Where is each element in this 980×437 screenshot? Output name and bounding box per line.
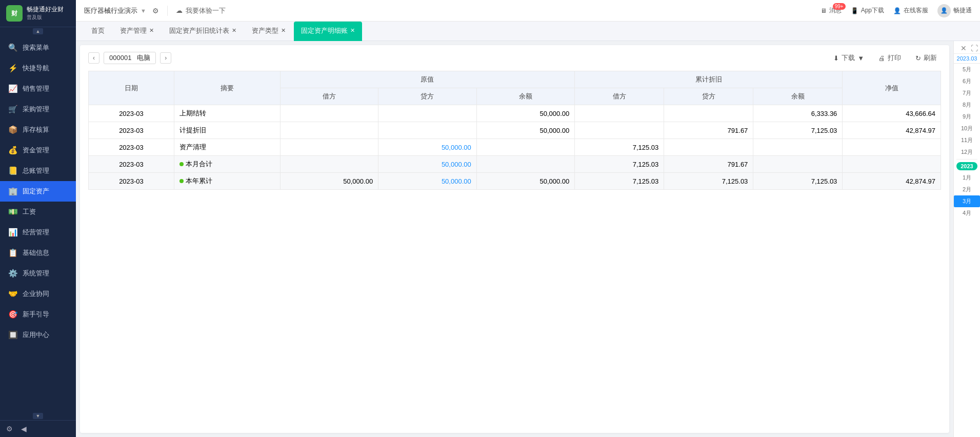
timeline-header: 2023.03 [954, 54, 980, 64]
company-selector[interactable]: 医疗器械行业演示 ▼ [84, 6, 146, 15]
cell-orig-balance [476, 156, 575, 173]
sidebar-item-ledger[interactable]: 📒总账管理 [0, 161, 76, 181]
tab-assetmgmt[interactable]: 资产管理 ✕ [113, 22, 161, 41]
sidebar-item-sales[interactable]: 📈销售管理 [0, 78, 76, 99]
cell-orig-credit [378, 122, 477, 139]
sidebar-item-appcenter[interactable]: 🔲应用中心 [0, 325, 76, 345]
sidebar-item-inventory[interactable]: 📦库存核算 [0, 120, 76, 140]
cell-accum-balance [753, 139, 843, 156]
th-accumulated-depreciation: 累计折旧 [575, 71, 843, 88]
tab-label-assetmgmt: 资产管理 [120, 26, 147, 35]
cell-orig-debit [280, 156, 378, 173]
timeline-month-10月[interactable]: 10月 [954, 123, 980, 134]
th-net-value: 净值 [843, 71, 941, 105]
table-row: 2023-03 本月合计 50,000.00 7,125.03 791.67 [89, 156, 941, 173]
timeline-month-4月[interactable]: 4月 [954, 207, 980, 219]
cell-accum-balance: 6,333.36 [753, 105, 843, 122]
service-btn[interactable]: 👤 在线客服 [893, 6, 928, 15]
timeline-month-11月[interactable]: 11月 [954, 134, 980, 146]
cell-date: 2023-03 [89, 105, 174, 122]
logo-sub: 普及版 [27, 14, 64, 21]
sidebar-item-label: 企业协同 [23, 289, 49, 299]
sidebar-item-purchase[interactable]: 🛒采购管理 [0, 99, 76, 120]
collapse-footer-icon[interactable]: ◀ [21, 425, 27, 433]
sidebar-item-bizmanage[interactable]: 📊经营管理 [0, 222, 76, 243]
panel-close-btn[interactable]: ✕ [961, 44, 967, 52]
th-orig-credit: 贷方 [378, 88, 477, 105]
tab-close-depreciation[interactable]: ✕ [232, 27, 236, 34]
sidebar-item-capital[interactable]: 💰资金管理 [0, 140, 76, 161]
user-label: 畅捷通 [953, 6, 972, 15]
timeline-month-7月[interactable]: 7月 [954, 87, 980, 99]
messages-btn[interactable]: 🖥 消息 99+ [821, 6, 842, 15]
settings-icon[interactable]: ⚙ [152, 7, 159, 15]
sidebar-item-label: 系统管理 [23, 269, 49, 278]
sidebar-item-fixedasset[interactable]: 🏢固定资产 [0, 181, 76, 202]
print-btn[interactable]: 🖨 打印 [874, 51, 905, 65]
cell-orig-balance: 50,000.00 [476, 173, 575, 190]
timeline-month-9月[interactable]: 9月 [954, 111, 980, 123]
cell-date: 2023-03 [89, 173, 174, 190]
refresh-btn[interactable]: ↻ 刷新 [911, 51, 941, 65]
download-btn[interactable]: ⬇ 下载 ▼ [829, 51, 868, 65]
cell-accum-debit: 7,125.03 [575, 173, 664, 190]
prev-asset-btn[interactable]: ‹ [88, 52, 99, 64]
cell-orig-balance: 50,000.00 [476, 122, 575, 139]
cloud-icon: ☁ [176, 7, 183, 14]
experience-btn[interactable]: ☁ 我要体验一下 [176, 6, 226, 15]
cell-accum-debit: 7,125.03 [575, 156, 664, 173]
settings-footer-icon[interactable]: ⚙ [6, 425, 13, 433]
cooperation-icon: 🤝 [8, 289, 17, 299]
cell-accum-debit: 7,125.03 [575, 139, 664, 156]
table-row: 2023-03 上期结转 50,000.00 6,333.36 43,666.6… [89, 105, 941, 122]
sidebar-item-label: 资金管理 [23, 146, 49, 155]
bizmanage-icon: 📊 [8, 228, 17, 237]
timeline-month-2月[interactable]: 2月 [954, 184, 980, 195]
sidebar-item-sysmanage[interactable]: ⚙️系统管理 [0, 263, 76, 284]
timeline-month-1月[interactable]: 1月 [954, 172, 980, 184]
timeline-month-6月[interactable]: 6月 [954, 75, 980, 87]
tab-depreciation[interactable]: 固定资产折旧统计表 ✕ [162, 22, 244, 41]
table-wrap: 日期 摘要 原值 累计折旧 净值 借方 贷方 余额 借方 贷方 余额 [88, 71, 941, 190]
fixedasset-icon: 🏢 [8, 187, 17, 196]
tab-close-assetdetail[interactable]: ✕ [350, 27, 355, 34]
timeline-month-12月[interactable]: 12月 [954, 146, 980, 158]
timeline-month-3月[interactable]: 3月 [954, 195, 980, 207]
cell-date: 2023-03 [89, 139, 174, 156]
sidebar-item-search[interactable]: 🔍搜索菜单 [0, 37, 76, 58]
cell-accum-credit: 791.67 [664, 156, 753, 173]
cell-orig-credit [378, 105, 477, 122]
panel-expand-btn[interactable]: ⛶ [971, 44, 978, 52]
th-orig-debit: 借方 [280, 88, 378, 105]
tab-close-assettype[interactable]: ✕ [281, 27, 286, 34]
th-accum-balance: 余额 [753, 88, 843, 105]
sidebar-item-quicknav[interactable]: ⚡快捷导航 [0, 58, 76, 78]
timeline-month-8月[interactable]: 8月 [954, 99, 980, 111]
sidebar-item-payroll[interactable]: 💵工资 [0, 202, 76, 222]
toolbar-right: ⬇ 下载 ▼ 🖨 打印 ↻ 刷新 [829, 51, 941, 65]
sidebar-item-guide[interactable]: 🎯新手引导 [0, 304, 76, 325]
cell-summary: 上期结转 [174, 105, 280, 122]
cell-orig-credit: 50,000.00 [378, 173, 477, 190]
timeline-month-5月[interactable]: 5月 [954, 64, 980, 75]
tab-home[interactable]: 首页 [84, 22, 112, 41]
sidebar-nav: 🔍搜索菜单⚡快捷导航📈销售管理🛒采购管理📦库存核算💰资金管理📒总账管理🏢固定资产… [0, 35, 76, 412]
year-badge[interactable]: 2023 [956, 162, 977, 170]
download-btn[interactable]: 📱 App下载 [851, 6, 884, 15]
detail-table: 日期 摘要 原值 累计折旧 净值 借方 贷方 余额 借方 贷方 余额 [88, 71, 941, 190]
tab-assetdetail[interactable]: 固定资产明细账 ✕ [294, 22, 362, 41]
cell-accum-debit [575, 105, 664, 122]
sidebar-item-basicinfo[interactable]: 📋基础信息 [0, 243, 76, 263]
scroll-up-btn[interactable]: ▲ [33, 28, 43, 34]
tab-close-assetmgmt[interactable]: ✕ [149, 27, 154, 34]
timeline-panel: ✕ ⛶ 2023.03 5月6月7月8月9月10月11月12月20231月2月3… [953, 41, 980, 437]
sidebar-item-label: 采购管理 [23, 105, 49, 114]
user-info[interactable]: 👤 畅捷通 [937, 4, 972, 17]
sidebar-item-cooperation[interactable]: 🤝企业协同 [0, 284, 76, 304]
scroll-down-btn[interactable]: ▼ [33, 413, 43, 419]
cell-summary: 资产清理 [174, 139, 280, 156]
cell-orig-credit: 50,000.00 [378, 156, 477, 173]
next-asset-btn[interactable]: › [160, 52, 171, 64]
tab-assettype[interactable]: 资产类型 ✕ [245, 22, 293, 41]
cell-orig-debit: 50,000.00 [280, 173, 378, 190]
